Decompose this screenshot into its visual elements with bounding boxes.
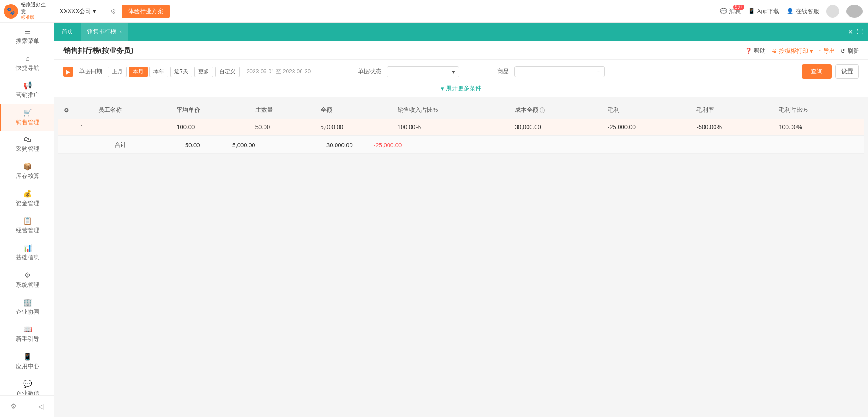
date-btn-last-month[interactable]: 上月 [108,67,127,77]
nav-icon-operations: 📋 [23,216,32,225]
help-icon: ❓ [745,48,752,54]
settings-button[interactable]: 设置 [835,64,859,79]
tab-home[interactable]: 首页 [54,23,81,41]
date-filter-label: 单据日期 [79,67,102,76]
col-gross-profit: 毛利 [602,101,691,119]
sidebar-item-marketing[interactable]: 📢 营销推广 [0,77,54,104]
nav-label-purchase: 采购管理 [16,145,39,153]
sidebar-item-inventory[interactable]: 📦 库存核算 [0,158,54,185]
cell-amount: 5,000.00 [315,119,392,135]
date-btn-more[interactable]: 更多 [194,67,213,77]
print-btn[interactable]: 🖨 按模板打印 ▾ [771,47,813,55]
tab-label: 销售排行榜 [87,28,116,36]
avatar[interactable] [826,5,839,18]
trial-button[interactable]: 体验行业方案 [122,5,170,18]
cell-gross-rate: -500.00% [691,119,773,135]
goods-input-dots[interactable]: ··· [596,68,601,75]
sidebar-item-system[interactable]: ⚙ 系统管理 [0,266,54,293]
cell-cost: 30,000.00 [509,119,602,135]
nav-icon-base-info: 📊 [23,244,32,252]
cell-employee [93,119,171,135]
col-rank [75,101,93,119]
date-btn-this-year[interactable]: 本年 [149,67,168,77]
tab-sales-ranking[interactable]: 销售排行榜 × [81,23,128,41]
nav-icon-purchase: 🛍 [24,135,31,144]
status-select[interactable]: ▾ [387,66,459,77]
message-btn[interactable]: 💬 消息 99+ [720,7,741,15]
footer-cost: 30,000.00 [326,142,363,149]
sidebar-item-purchase[interactable]: 🛍 采购管理 [0,131,54,158]
nav-icon-system: ⚙ [24,271,31,279]
gear-icon[interactable]: ⚙ [109,6,118,17]
user-name-area [846,5,863,18]
page-header: 销售排行榜(按业务员) ❓ 帮助 🖨 按模板打印 ▾ ↑ 导出 ↺ 刷新 [54,41,868,60]
footer-row: 合计 50.00 5,000.00 30,000.00 -25,000.00 [64,141,858,149]
nav-icon-guide: 📖 [23,325,32,334]
print-icon: 🖨 [771,48,777,54]
collapse-btn[interactable]: ◁ [34,400,47,412]
col-main-qty: 主数量 [250,101,315,119]
sidebar-item-operations[interactable]: 📋 经营管理 [0,212,54,239]
table-wrap: ⚙ 员工名称 平均单价 主数量 全额 销售收入占比% 成本全额 i 毛利 毛利率… [58,101,864,154]
data-table: ⚙ 员工名称 平均单价 主数量 全额 销售收入占比% 成本全额 i 毛利 毛利率… [58,101,864,135]
expand-conditions-btn[interactable]: ▾ 展开更多条件 [441,84,481,92]
sidebar-item-sales[interactable]: 🛒 销售管理 [0,104,54,131]
filter-bar: ▶ 单据日期 上月 本月 本年 近7天 更多 自定义 2023-06-01 至 … [54,60,868,97]
footer-gross-profit: -25,000.00 [374,142,410,149]
col-avg-price: 平均单价 [171,101,249,119]
status-filter-label: 单据状态 [358,67,381,76]
download-icon: 📱 [748,8,755,14]
company-selector[interactable]: XXXXX公司 ▾ [60,7,105,15]
sidebar-item-search-order[interactable]: ☰ 搜索菜单 [0,23,54,50]
logo-area: 🐾 畅康通好生意 标准版 [0,0,54,23]
sidebar-item-enterprise[interactable]: 🏢 企业协同 [0,293,54,321]
date-range-display: 2023-06-01 至 2023-06-30 [247,68,311,76]
nav-icon-search-order: ☰ [24,27,31,36]
cell-sales-pct: 100.00% [392,119,509,135]
date-btn-custom[interactable]: 自定义 [215,67,240,77]
refresh-btn[interactable]: ↺ 刷新 [840,47,859,55]
nav-label-enterprise: 企业协同 [16,308,39,316]
date-btn-7days[interactable]: 近7天 [170,67,192,77]
help-btn[interactable]: ❓ 帮助 [745,47,766,55]
window-close-icon[interactable]: ✕ [848,29,853,35]
online-support-label: 在线客服 [796,7,819,15]
nav-label-app-center: 应用中心 [16,362,39,370]
sidebar-item-app-center[interactable]: 📱 应用中心 [0,348,54,375]
date-btn-this-month[interactable]: 本月 [129,67,148,77]
tabbar: 首页 销售排行榜 × ✕ ⛶ [54,23,868,41]
cell-avg-price: 100.00 [171,119,249,135]
topbar-right: 💬 消息 99+ 📱 App下载 👤 在线客服 [720,5,863,18]
export-icon: ↑ [819,48,822,54]
col-gross-pct: 毛利占比% [773,101,864,119]
nav-icon-inventory: 📦 [23,162,32,171]
goods-input[interactable]: ··· [514,66,605,77]
query-button[interactable]: 查询 [802,64,832,79]
page-actions: ❓ 帮助 🖨 按模板打印 ▾ ↑ 导出 ↺ 刷新 [745,47,859,55]
filter-row-1: ▶ 单据日期 上月 本月 本年 近7天 更多 自定义 2023-06-01 至 … [63,64,859,79]
window-expand-icon[interactable]: ⛶ [857,29,863,35]
online-support-btn[interactable]: 👤 在线客服 [786,7,819,15]
table-row: 1 100.00 50.00 5,000.00 100.00% 30,000.0… [58,119,864,135]
col-settings[interactable]: ⚙ [58,101,75,119]
sidebar-item-quick-nav[interactable]: ⌂ 快捷导航 [0,50,54,77]
refresh-icon: ↺ [840,48,845,54]
sidebar-item-base-info[interactable]: 📊 基础信息 [0,239,54,266]
cell-icon [58,119,75,135]
sidebar-item-finance[interactable]: 💰 资金管理 [0,185,54,212]
date-buttons: 上月 本月 本年 近7天 更多 自定义 [108,67,240,77]
settings-bottom-btn[interactable]: ⚙ [7,400,20,412]
logo-icon: 🐾 [4,4,18,19]
sidebar-nav: ☰ 搜索菜单 ⌂ 快捷导航 📢 营销推广 🛒 销售管理 🛍 采购管理 📦 库存核… [0,23,54,395]
sidebar-item-guide[interactable]: 📖 新手引导 [0,321,54,348]
app-download-btn[interactable]: 📱 App下载 [748,7,779,15]
cell-gross-profit: -25,000.00 [602,119,691,135]
col-sales-pct: 销售收入占比% [392,101,509,119]
tab-close-icon[interactable]: × [119,29,122,34]
nav-label-wechat: 企业微信 [16,389,39,395]
nav-label-sales: 销售管理 [16,118,39,126]
export-btn[interactable]: ↑ 导出 [819,47,835,55]
filter-toggle-btn[interactable]: ▶ [63,67,73,77]
nav-label-search-order: 搜索菜单 [16,37,39,45]
sidebar-item-wechat[interactable]: 💬 企业微信 [0,375,54,395]
